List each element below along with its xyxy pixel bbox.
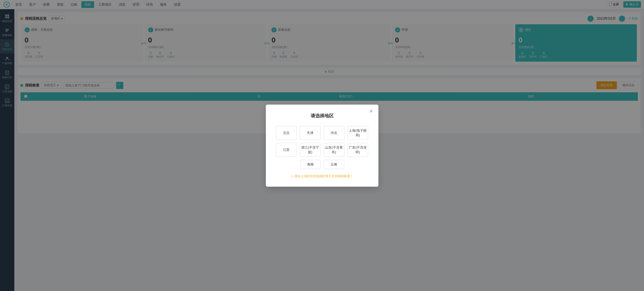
region-btn-guangdong[interactable]: 广东(不含深圳) (347, 143, 368, 157)
notice-text: 除以上地区外其他地区暂不支持报税检查！ (295, 174, 353, 178)
region-btn-shandong[interactable]: 山东(不含青岛) (324, 143, 344, 157)
region-select-modal: ✕ 请选择地区 北京 天津 河北 上海(电子税局) 江苏 浙江(不含宁波) 山东… (266, 105, 378, 187)
region-grid-row1: 北京 天津 河北 上海(电子税局) (276, 126, 368, 140)
region-btn-zhejiang[interactable]: 浙江(不含宁波) (300, 143, 321, 157)
region-grid-row3: 海南 云南 (276, 160, 368, 169)
region-btn-beijing[interactable]: 北京 (276, 126, 297, 140)
modal-overlay[interactable]: ✕ 请选择地区 北京 天津 河北 上海(电子税局) 江苏 浙江(不含宁波) 山东… (0, 0, 644, 291)
region-btn-jiangsu[interactable]: 江苏 (276, 143, 297, 157)
modal-close-button[interactable]: ✕ (368, 108, 374, 114)
region-grid-row2: 江苏 浙江(不含宁波) 山东(不含青岛) 广东(不含深圳) (276, 143, 368, 157)
modal-title: 请选择地区 (276, 113, 368, 119)
region-btn-hebei[interactable]: 河北 (324, 126, 344, 140)
region-notice: ⚠ 除以上地区外其他地区暂不支持报税检查！ (276, 174, 368, 178)
region-btn-shanghai[interactable]: 上海(电子税局) (347, 126, 368, 140)
warning-icon: ⚠ (291, 174, 294, 178)
region-btn-tianjin[interactable]: 天津 (300, 126, 321, 140)
region-btn-hainan[interactable]: 海南 (300, 160, 321, 169)
region-btn-yunnan[interactable]: 云南 (324, 160, 344, 169)
